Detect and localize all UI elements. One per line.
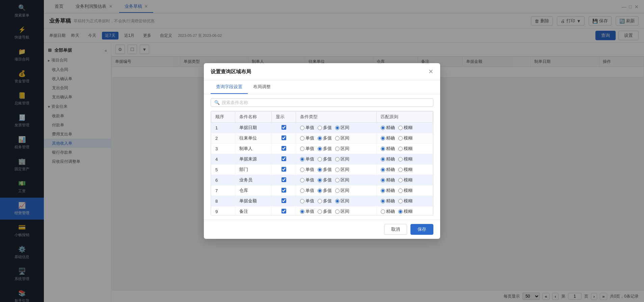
settings-table-row: 4单据来源单值多值区间精确模糊 xyxy=(211,154,433,165)
type-radio-range[interactable]: 区间 xyxy=(335,125,349,131)
type-radio-range[interactable]: 区间 xyxy=(335,146,349,152)
th-type: 条件类型 xyxy=(296,111,377,123)
match-radio-fuzzy[interactable]: 模糊 xyxy=(398,125,412,131)
cell-show xyxy=(272,175,296,185)
cell-order: 7 xyxy=(211,185,235,196)
type-radio-single[interactable]: 单值 xyxy=(300,208,314,215)
type-radio-multi[interactable]: 多值 xyxy=(318,198,332,204)
type-radio-multi[interactable]: 多值 xyxy=(318,146,332,152)
modal-overlay[interactable]: 设置查询区域布局 ✕ 查询字段设置 布局调整 🔍 顺序 条件名称 xyxy=(0,0,644,302)
match-radio-exact[interactable]: 精确 xyxy=(381,146,395,152)
type-radio-single[interactable]: 单值 xyxy=(300,146,314,152)
cell-match: 精确模糊 xyxy=(377,154,433,165)
type-radio-multi[interactable]: 多值 xyxy=(318,156,332,162)
type-radio-single[interactable]: 单值 xyxy=(300,135,314,141)
cell-show xyxy=(272,206,296,216)
type-radio-multi[interactable]: 多值 xyxy=(318,208,332,215)
modal-save-button[interactable]: 保存 xyxy=(410,224,433,235)
show-checkbox[interactable] xyxy=(281,188,286,193)
modal-tab-field-settings[interactable]: 查询字段设置 xyxy=(211,80,248,94)
cell-name: 往来单位 xyxy=(235,133,272,144)
match-radio-fuzzy[interactable]: 模糊 xyxy=(398,198,412,204)
match-radio-fuzzy[interactable]: 模糊 xyxy=(398,167,412,173)
show-checkbox[interactable] xyxy=(281,167,286,172)
type-radio-multi[interactable]: 多值 xyxy=(318,135,332,141)
type-radio-single[interactable]: 单值 xyxy=(300,187,314,194)
cell-order: 2 xyxy=(211,133,235,144)
type-radio-multi[interactable]: 多值 xyxy=(318,177,332,183)
settings-table-row: 5部门单值多值区间精确模糊 xyxy=(211,165,433,175)
modal-close-button[interactable]: ✕ xyxy=(428,68,433,75)
cancel-button[interactable]: 取消 xyxy=(384,224,407,235)
match-radio-fuzzy[interactable]: 模糊 xyxy=(398,156,412,162)
match-radio-exact[interactable]: 精确 xyxy=(381,208,395,215)
cell-order: 3 xyxy=(211,144,235,154)
type-radio-multi[interactable]: 多值 xyxy=(318,125,332,131)
type-radio-single[interactable]: 单值 xyxy=(300,125,314,131)
type-radio-range[interactable]: 区间 xyxy=(335,167,349,173)
modal-tab-layout-adjust[interactable]: 布局调整 xyxy=(248,80,276,94)
cell-show xyxy=(272,196,296,206)
modal-search-input[interactable] xyxy=(222,100,289,105)
modal-title: 设置查询区域布局 xyxy=(211,69,251,75)
match-radio-exact[interactable]: 精确 xyxy=(381,167,395,173)
show-checkbox[interactable] xyxy=(281,135,286,140)
match-radio-fuzzy[interactable]: 模糊 xyxy=(398,135,412,141)
type-radio-single[interactable]: 单值 xyxy=(300,167,314,173)
type-radio-single[interactable]: 单值 xyxy=(300,198,314,204)
match-radio-exact[interactable]: 精确 xyxy=(381,177,395,183)
cell-type: 单值多值区间 xyxy=(296,123,377,133)
type-radio-single[interactable]: 单值 xyxy=(300,156,314,162)
cell-name: 制单人 xyxy=(235,144,272,154)
cell-name: 业务员 xyxy=(235,175,272,185)
show-checkbox[interactable] xyxy=(281,209,286,213)
show-checkbox[interactable] xyxy=(281,146,286,151)
show-checkbox[interactable] xyxy=(281,177,286,182)
cell-show xyxy=(272,154,296,165)
cell-name: 仓库 xyxy=(235,185,272,196)
th-match: 匹配原则 xyxy=(377,111,433,123)
cell-match: 精确模糊 xyxy=(377,175,433,185)
th-name: 条件名称 xyxy=(235,111,272,123)
type-radio-range[interactable]: 区间 xyxy=(335,198,349,204)
type-radio-multi[interactable]: 多值 xyxy=(318,167,332,173)
settings-table-row: 3制单人单值多值区间精确模糊 xyxy=(211,144,433,154)
cell-show xyxy=(272,165,296,175)
type-radio-range[interactable]: 区间 xyxy=(335,208,349,215)
type-radio-range[interactable]: 区间 xyxy=(335,177,349,183)
match-radio-fuzzy[interactable]: 模糊 xyxy=(398,146,412,152)
settings-table-row: 8单据金额单值多值区间精确模糊 xyxy=(211,196,433,206)
th-show: 显示 xyxy=(272,111,296,123)
settings-table-row: 7仓库单值多值区间精确模糊 xyxy=(211,185,433,196)
show-checkbox[interactable] xyxy=(281,156,286,161)
modal-search-icon: 🔍 xyxy=(214,100,220,105)
match-radio-exact[interactable]: 精确 xyxy=(381,198,395,204)
type-radio-multi[interactable]: 多值 xyxy=(318,187,332,194)
show-checkbox[interactable] xyxy=(281,198,286,203)
cell-match: 精确模糊 xyxy=(377,185,433,196)
cell-match: 精确模糊 xyxy=(377,123,433,133)
type-radio-range[interactable]: 区间 xyxy=(335,135,349,141)
cell-name: 单据金额 xyxy=(235,196,272,206)
cell-order: 1 xyxy=(211,123,235,133)
show-checkbox[interactable] xyxy=(281,125,286,130)
modal-search-bar: 🔍 xyxy=(211,98,433,107)
type-radio-range[interactable]: 区间 xyxy=(335,156,349,162)
match-radio-exact[interactable]: 精确 xyxy=(381,156,395,162)
settings-table-wrapper: 顺序 条件名称 显示 条件类型 匹配原则 1单据日期单值多值区间精确模糊2往来单… xyxy=(211,111,433,216)
match-radio-fuzzy[interactable]: 模糊 xyxy=(398,187,412,194)
cell-order: 9 xyxy=(211,206,235,216)
cell-type: 单值多值区间 xyxy=(296,206,377,216)
type-radio-single[interactable]: 单值 xyxy=(300,177,314,183)
match-radio-exact[interactable]: 精确 xyxy=(381,187,395,194)
match-radio-fuzzy[interactable]: 模糊 xyxy=(398,177,412,183)
match-radio-fuzzy[interactable]: 模糊 xyxy=(398,208,412,215)
cell-match: 精确模糊 xyxy=(377,165,433,175)
cell-type: 单值多值区间 xyxy=(296,196,377,206)
match-radio-exact[interactable]: 精确 xyxy=(381,125,395,131)
settings-table: 顺序 条件名称 显示 条件类型 匹配原则 1单据日期单值多值区间精确模糊2往来单… xyxy=(211,111,433,216)
cell-match: 精确模糊 xyxy=(377,133,433,144)
cell-order: 4 xyxy=(211,154,235,165)
match-radio-exact[interactable]: 精确 xyxy=(381,135,395,141)
type-radio-range[interactable]: 区间 xyxy=(335,187,349,194)
